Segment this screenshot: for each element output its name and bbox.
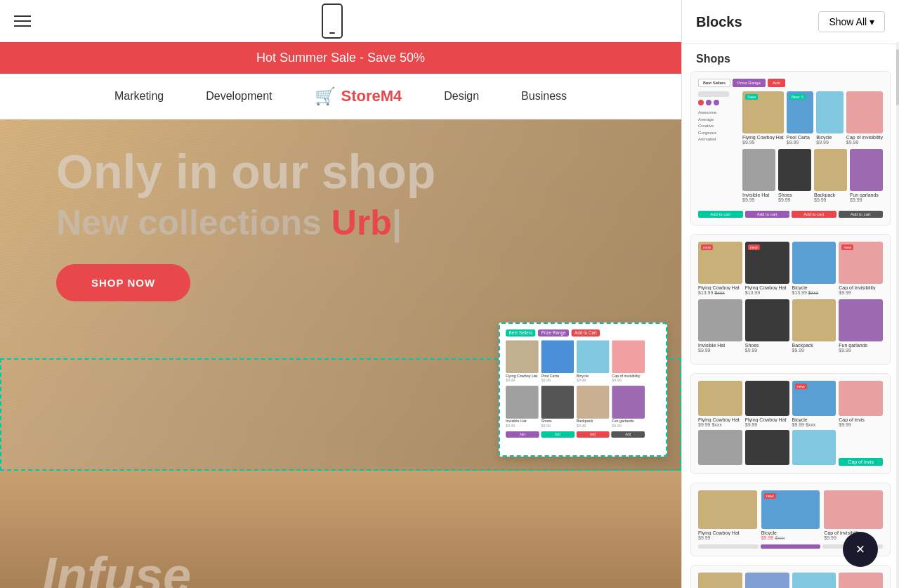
sb2-item-2: new Flying Cowboy Hat $13.99 <box>745 242 789 295</box>
preview-product-2: Pool Carta $9.99 <box>541 340 574 381</box>
sb1-item-4: Cap of invisibility $9.99 <box>846 91 883 145</box>
announcement-text: Hot Summer Sale - Save 50% <box>256 51 425 65</box>
sb3-item-8: Cap of invis <box>839 430 883 466</box>
panel-scroll-area[interactable]: Best Sellers Price Range Add <box>682 71 899 588</box>
panel-header: Blocks Show All ▾ <box>682 0 899 44</box>
preview-product-grid-2: Invisible Hat $9.99 Shoes $9.99 Backpack… <box>506 386 645 427</box>
sb3-item-1: Flying Cowboy Hat $9.99 $xxx <box>698 381 742 427</box>
sb3-item-5 <box>698 430 742 466</box>
sb1-action-buttons: Add to cart Add to cart Add to cart Add … <box>698 211 883 218</box>
nav-design[interactable]: Design <box>444 90 479 103</box>
sb1-sidebar: Awesome Average Creative Gorgeous Animat… <box>698 91 737 207</box>
preview-product-4: Cap of invisibility $9.99 <box>612 340 645 381</box>
hero-subtitle-accent: Urb <box>332 203 392 242</box>
sb2-item-8: Fun garlands $9.99 <box>839 299 883 353</box>
nav-marketing[interactable]: Marketing <box>114 90 164 103</box>
website-content: Hot Summer Sale - Save 50% Marketing Dev… <box>0 42 681 588</box>
nav-development[interactable]: Development <box>206 90 272 103</box>
sb3-item-7 <box>792 430 836 466</box>
panel-section-shops: Shops <box>682 44 899 71</box>
nav-business[interactable]: Business <box>521 90 567 103</box>
hero-title-sub: New collections Urb| <box>56 202 625 243</box>
sb1-btn-pricerange: Price Range <box>733 79 766 87</box>
scroll-track <box>896 42 899 588</box>
sb1-item-2: Best S Pool Carta $9.99 <box>787 91 814 145</box>
sb2-item-1: new Flying Cowboy Hat $13.99 $xxx <box>698 242 742 295</box>
preview-add-buttons: Add Add Add Add <box>506 431 645 438</box>
sb4-item-2: new Bicycle $9.99 $xxx <box>761 490 820 540</box>
preview-top-bar: Best Sellers Price Range Add to Cart <box>506 329 645 337</box>
hero-section: Only in our shop New collections Urb| SH… <box>0 119 681 471</box>
hero-bottom-section: Infuse <box>0 471 681 588</box>
sb5-item-4: Item 4 $9.99 <box>839 573 883 588</box>
hero-title-main: Only in our shop <box>56 148 625 195</box>
sb1-item-3: Bicycle $9.99 <box>816 91 844 145</box>
sb2-item-3: Bicycle $13.99 $xxx <box>792 242 836 295</box>
hero-cursor: | <box>392 203 402 242</box>
sb1-item-6: Shoes $9.99 <box>778 149 811 202</box>
logo-cart-icon: 🛒 <box>315 86 336 106</box>
sb2-item-4: new Cap of invisibility $9.99 <box>839 242 883 295</box>
sb5-item-1: Flying Cowboy Hat $9.99 <box>698 573 742 588</box>
sb2-item-6: Shoes $9.99 <box>745 299 789 353</box>
preview-product-5: Invisible Hat $9.99 <box>506 386 539 427</box>
preview-product-1: Flying Cowboy Hat $9.99 <box>506 340 539 381</box>
show-all-button[interactable]: Show All ▾ <box>818 11 885 32</box>
close-button[interactable]: × <box>843 532 878 567</box>
preview-btn-addtocart: Add to Cart <box>572 329 601 337</box>
site-nav: Marketing Development 🛒 StoreM4 Design B… <box>0 74 681 119</box>
sb3-item-6 <box>745 430 789 466</box>
preview-add-btn-2: Add <box>541 431 574 438</box>
preview-btn-pricerange: Price Range <box>538 329 569 337</box>
preview-product-3: Bicycle $9.99 <box>577 340 610 381</box>
preview-add-btn-1: Add <box>506 431 539 438</box>
floating-preview-card: Best Sellers Price Range Add to Cart Fly… <box>499 322 667 457</box>
sb3-item-3: new Bicycle $9.99 $xxx <box>792 381 836 427</box>
preview-product-grid: Flying Cowboy Hat $9.99 Pool Carta $9.99… <box>506 340 645 381</box>
announcement-bar: Hot Summer Sale - Save 50% <box>0 42 681 74</box>
preview-btn-bestsellers: Best Sellers <box>506 329 536 337</box>
hero-content: Only in our shop New collections Urb| SH… <box>0 119 681 329</box>
sb1-item-5: Invisible Hat $9.99 <box>742 149 775 202</box>
editor-area: Hot Summer Sale - Save 50% Marketing Dev… <box>0 0 681 588</box>
preview-product-7: Backpack $9.99 <box>577 386 610 427</box>
preview-add-btn-4: Add <box>612 431 645 438</box>
sb2-item-5: Invisible Hat $9.99 <box>698 299 742 353</box>
sb2-product-grid: new Flying Cowboy Hat $13.99 $xxx new Fl… <box>698 242 883 295</box>
shop-block-5[interactable]: Flying Cowboy Hat $9.99 Item 2 $9.99 Ite… <box>690 565 891 588</box>
panel-title: Blocks <box>696 14 742 30</box>
close-icon: × <box>856 540 865 558</box>
preview-product-6: Shoes $9.99 <box>541 386 574 427</box>
sb1-item-1: Sale Flying Cowboy Hat $9.99 <box>742 91 784 145</box>
sb1-btn-addtocart: Add <box>768 79 785 87</box>
hamburger-menu[interactable] <box>14 15 31 27</box>
sb1-item-7: Backpack $9.99 <box>814 149 847 202</box>
sb2-product-grid-2: Invisible Hat $9.99 Shoes $9.99 Backpack… <box>698 299 883 353</box>
sb1-btn-bestsellers: Best Sellers <box>698 79 730 87</box>
sb5-item-2: Item 2 $9.99 <box>745 573 789 588</box>
sb1-product-grid-2: Invisible Hat $9.99 Shoes $9.99 <box>742 149 883 202</box>
shop-block-2[interactable]: new Flying Cowboy Hat $13.99 $xxx new Fl… <box>690 234 891 365</box>
sb1-product-grid: Sale Flying Cowboy Hat $9.99 Best S <box>742 91 883 145</box>
shop-now-button[interactable]: SHOP NOW <box>56 264 190 301</box>
shop-block-3[interactable]: Flying Cowboy Hat $9.99 $xxx Flying Cowb… <box>690 373 891 474</box>
site-logo[interactable]: 🛒 StoreM4 <box>315 86 402 106</box>
sb4-item-1: Flying Cowboy Hat $9.99 <box>698 490 757 540</box>
top-toolbar <box>0 0 681 42</box>
preview-add-btn-3: Add <box>576 431 609 438</box>
scroll-thumb <box>896 49 899 105</box>
sb5-item-3: Item 3 $9.99 <box>792 573 836 588</box>
sb2-item-7: Backpack $9.99 <box>792 299 836 353</box>
preview-product-8: Fun garlands $9.99 <box>612 386 645 427</box>
hero-bottom-text: Infuse <box>42 547 191 588</box>
sb3-item-4: Cap of invis $9.99 <box>839 381 883 427</box>
shop-block-1[interactable]: Best Sellers Price Range Add <box>690 71 891 226</box>
logo-text: StoreM4 <box>341 87 402 105</box>
hero-subtitle-plain: New collections <box>56 203 332 242</box>
right-panel: Blocks Show All ▾ Shops Best Sellers Pri… <box>681 0 899 588</box>
sb1-item-8: Fun garlands $9.99 <box>850 149 883 202</box>
mobile-preview-icon[interactable] <box>322 4 343 39</box>
sb3-item-2: Flying Cowboy Hat $9.99 <box>745 381 789 427</box>
